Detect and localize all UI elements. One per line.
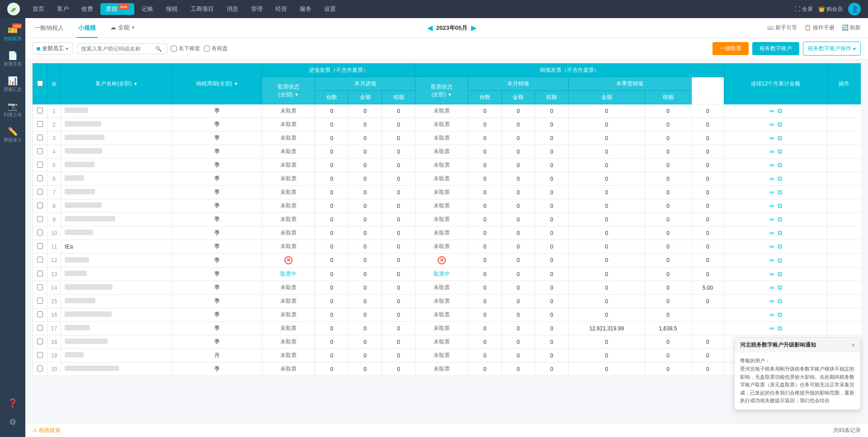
row-checkbox[interactable]	[37, 216, 43, 222]
nav-tax[interactable]: 报税	[160, 3, 183, 15]
edit-icon[interactable]: ✏	[769, 216, 775, 223]
tab-all[interactable]: ☁ 全能 ▾	[108, 18, 137, 38]
row-checkbox-cell[interactable]	[33, 118, 47, 132]
prev-period-button[interactable]: ◀	[427, 23, 433, 32]
copy-icon[interactable]: ⧉	[778, 284, 782, 291]
row-checkbox-cell[interactable]	[33, 335, 47, 349]
nav-invoice[interactable]: 票据new	[100, 3, 134, 15]
one-click-button[interactable]: 一键取票	[712, 42, 749, 55]
notification-close-button[interactable]: ×	[852, 342, 855, 348]
edit-icon[interactable]: ✏	[769, 108, 775, 115]
nav-service[interactable]: 服务	[294, 3, 317, 15]
next-period-button[interactable]: ▶	[471, 23, 476, 32]
edit-icon[interactable]: ✏	[769, 284, 775, 291]
copy-icon[interactable]: ⧉	[778, 107, 782, 115]
tax-disk-filter[interactable]: 有税盘	[204, 45, 228, 52]
copy-icon[interactable]: ⧉	[778, 257, 782, 264]
account-set-checkbox[interactable]	[171, 46, 177, 52]
user-avatar[interactable]: 👤	[848, 3, 861, 15]
nav-settings[interactable]: 设置	[319, 3, 341, 15]
row-checkbox[interactable]	[37, 338, 43, 344]
row-checkbox-cell[interactable]	[33, 322, 47, 335]
copy-icon[interactable]: ⧉	[778, 202, 782, 210]
row-checkbox-cell[interactable]	[33, 186, 47, 199]
nav-manage[interactable]: 管理	[245, 3, 268, 15]
copy-icon[interactable]: ⧉	[778, 175, 782, 183]
select-all-checkbox[interactable]	[37, 80, 43, 86]
row-checkbox-cell[interactable]	[33, 213, 47, 226]
manual-button[interactable]: 📋 操作手册	[804, 24, 834, 32]
sidebar-settings-icon[interactable]: ⚙	[6, 414, 19, 430]
copy-icon[interactable]: ⧉	[778, 243, 782, 250]
copy-icon[interactable]: ⧉	[778, 161, 782, 169]
edit-icon[interactable]: ✏	[769, 243, 775, 250]
tax-disk-checkbox[interactable]	[204, 46, 210, 52]
edit-icon[interactable]: ✏	[769, 148, 775, 155]
row-checkbox-cell[interactable]	[33, 226, 47, 240]
tax-digital-op-button[interactable]: 税务数字账户操作 ▾	[803, 42, 861, 56]
row-checkbox[interactable]	[37, 257, 43, 263]
row-checkbox[interactable]	[37, 135, 43, 141]
row-checkbox-cell[interactable]	[33, 254, 47, 268]
copy-icon[interactable]: ⧉	[778, 297, 782, 305]
copy-icon[interactable]: ⧉	[778, 134, 782, 142]
edit-icon[interactable]: ✏	[769, 121, 775, 128]
copy-icon[interactable]: ⧉	[778, 188, 782, 196]
tax-digital-button[interactable]: 税务数字账户	[752, 42, 799, 55]
row-checkbox-cell[interactable]	[33, 295, 47, 308]
row-checkbox[interactable]	[37, 202, 43, 208]
sidebar-item-scan-upload[interactable]: 📷 扫描上传	[1, 98, 24, 121]
copy-icon[interactable]: ⧉	[778, 324, 782, 332]
row-checkbox-cell[interactable]	[33, 172, 47, 186]
row-checkbox[interactable]	[37, 325, 43, 331]
guide-button[interactable]: 📖 新手引导	[767, 24, 797, 32]
row-checkbox-cell[interactable]	[33, 159, 47, 172]
account-set-filter[interactable]: 名下账套	[171, 45, 200, 52]
row-checkbox[interactable]	[37, 243, 43, 249]
edit-icon[interactable]: ✏	[769, 325, 775, 332]
edit-icon[interactable]: ✏	[769, 230, 775, 237]
tax-policy-link[interactable]: ⚠ 税政政策	[33, 427, 61, 434]
sidebar-item-invoice-issue[interactable]: 📄 发票开具	[1, 47, 24, 70]
edit-icon[interactable]: ✏	[769, 162, 775, 169]
row-checkbox-cell[interactable]	[33, 104, 47, 118]
copy-icon[interactable]: ⧉	[778, 229, 782, 237]
sidebar-item-invoice-input[interactable]: ✏️ 票据录入	[1, 123, 24, 146]
nav-fee[interactable]: 收费	[76, 3, 99, 15]
row-checkbox-cell[interactable]	[33, 240, 47, 254]
fullscreen-button[interactable]: ⛶ 全屏	[795, 5, 812, 13]
row-checkbox[interactable]	[37, 121, 43, 127]
copy-icon[interactable]: ⧉	[778, 270, 782, 278]
nav-home[interactable]: 首页	[27, 3, 50, 15]
copy-icon[interactable]: ⧉	[778, 148, 782, 155]
row-checkbox[interactable]	[37, 189, 43, 195]
row-checkbox-cell[interactable]	[33, 349, 47, 362]
sidebar-item-smart-ticket[interactable]: 🎫 智能取票 new	[1, 22, 24, 45]
nav-business[interactable]: 工商项目	[185, 3, 219, 15]
member-button[interactable]: 👑 购会员	[818, 5, 843, 13]
row-checkbox-cell[interactable]	[33, 268, 47, 281]
row-checkbox[interactable]	[37, 352, 43, 358]
edit-icon[interactable]: ✏	[769, 257, 775, 264]
employee-filter[interactable]: 全部员工 ▾	[33, 42, 73, 55]
tab-small-scale[interactable]: 小规模	[76, 18, 98, 38]
sidebar-help-icon[interactable]: ❓	[5, 395, 20, 411]
row-checkbox[interactable]	[37, 311, 43, 317]
edit-icon[interactable]: ✏	[769, 298, 775, 305]
row-checkbox-cell[interactable]	[33, 132, 47, 145]
row-checkbox[interactable]	[37, 162, 43, 168]
row-checkbox[interactable]	[37, 230, 43, 235]
nav-bookkeeping[interactable]: 记账	[136, 3, 159, 15]
copy-icon[interactable]: ⧉	[778, 311, 782, 319]
row-checkbox-cell[interactable]	[33, 362, 47, 376]
edit-icon[interactable]: ✏	[769, 175, 775, 183]
row-checkbox-cell[interactable]	[33, 199, 47, 213]
copy-icon[interactable]: ⧉	[778, 216, 782, 223]
nav-message[interactable]: 消息	[221, 3, 244, 15]
refresh-button[interactable]: 🔄 刷新	[842, 24, 861, 32]
search-icon[interactable]: 🔍	[155, 46, 162, 52]
row-checkbox[interactable]	[37, 175, 43, 181]
edit-icon[interactable]: ✏	[769, 189, 775, 196]
row-checkbox-cell[interactable]	[33, 145, 47, 159]
nav-customer[interactable]: 客户	[52, 3, 74, 15]
